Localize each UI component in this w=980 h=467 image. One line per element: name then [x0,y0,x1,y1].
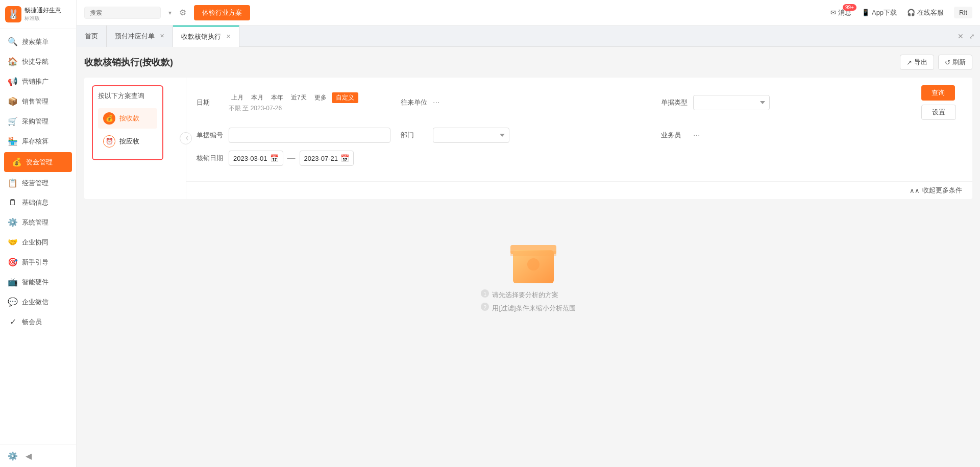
date-field: 日期 上月 本月 本年 近7天 更多 自定义 不限 至 [197,92,390,113]
sidebar-item-search[interactable]: 🔍 搜索菜单 [0,32,76,52]
receivable-icon: ⏰ [103,135,115,148]
empty-state: 1 请先选择要分析的方案 2 用[过滤]条件来缩小分析范围 [84,199,972,346]
sidebar-item-vip[interactable]: ✓ 畅会员 [0,312,76,332]
sidebar-label-sales: 销售管理 [22,97,48,106]
sidebar-item-guide[interactable]: 🎯 新手引导 [0,252,76,272]
date-btn-custom[interactable]: 自定义 [332,92,358,103]
refresh-button[interactable]: ↺ 刷新 [938,55,972,70]
tab-home-label: 首页 [85,32,98,41]
svg-rect-3 [510,251,556,256]
tab-prepay-close[interactable]: ✕ [160,33,164,39]
tab-prepay[interactable]: 预付冲应付单 ✕ [107,26,173,47]
sidebar-item-marketing[interactable]: 📢 营销推广 [0,71,76,91]
filter-sidebar-border: 按以下方案查询 💰 按收款 ⏰ 按应收 [92,85,163,160]
sidebar-item-system[interactable]: ⚙️ 系统管理 [0,212,76,232]
date-btn-7days[interactable]: 近7天 [288,92,309,103]
page-content: 收款核销执行(按收款) ↗ 导出 ↺ 刷新 按以下方案查询 💰 [77,47,980,467]
message-badge: 99+ [843,4,856,11]
filter-option-by-receivable[interactable]: ⏰ 按应收 [98,131,157,152]
collapse-more-label: 收起更多条件 [922,186,962,195]
home-icon: 🏠 [8,57,18,66]
counterparty-more[interactable]: ··· [433,98,439,107]
message-button[interactable]: ✉ 消息 99+ [830,8,851,17]
sidebar-label-quicknav: 快捷导航 [22,57,48,66]
filter-sidebar-title: 按以下方案查询 [98,91,157,101]
service-icon: 🎧 [907,9,915,16]
topbar-search-input[interactable] [84,7,161,19]
date-btn-more[interactable]: 更多 [312,92,329,103]
sidebar-label-collab: 企业协同 [22,238,48,247]
tab-home[interactable]: 首页 [77,26,107,47]
svg-point-4 [527,258,540,271]
topbar: ▾ ⚙ 体验行业方案 ✉ 消息 99+ 📱 App下载 🎧 在线客服 Rit [77,0,980,26]
marketing-icon: 📢 [8,77,18,86]
sidebar-menu: 🔍 搜索菜单 🏠 快捷导航 📢 营销推广 📦 销售管理 🛒 采购管理 🏪 库存核… [0,29,76,445]
sidebar-item-purchase[interactable]: 🛒 采购管理 [0,111,76,131]
topbar-gear-icon[interactable]: ⚙ [179,8,186,17]
sidebar-item-hardware[interactable]: 📺 智能硬件 [0,272,76,292]
tabbar-expand-icon[interactable]: ⤢ [969,32,975,40]
date-label: 日期 [197,98,225,107]
sidebar-label-basicinfo: 基础信息 [22,198,48,207]
collapse-more-button[interactable]: ∧∧ 收起更多条件 [186,181,972,199]
filter-sidebar: 按以下方案查询 💰 按收款 ⏰ 按应收 《 [84,78,186,199]
app-download-button[interactable]: 📱 App下载 [862,8,897,17]
search-icon: 🔍 [8,37,18,46]
tab-receivable-close[interactable]: ✕ [226,33,231,40]
page-header: 收款核销执行(按收款) ↗ 导出 ↺ 刷新 [84,55,972,70]
tabbar: 首页 预付冲应付单 ✕ 收款核销执行 ✕ ✕ ⤢ [77,26,980,47]
sidebar-bottom: ⚙️ ◀ [0,445,76,467]
solution-button[interactable]: 体验行业方案 [194,5,250,20]
settings-button[interactable]: 设置 [921,105,956,120]
collapse-sidebar-icon[interactable]: ◀ [26,451,32,461]
user-profile[interactable]: Rit [954,7,972,18]
online-service-button[interactable]: 🎧 在线客服 [907,8,944,17]
verify-date-label: 核销日期 [197,154,225,163]
tabbar-close-icon[interactable]: ✕ [958,32,964,40]
date-btn-this-year[interactable]: 本年 [268,92,286,103]
verify-date-field: 核销日期 2023-03-01 📅 — 2023-07-21 📅 [197,151,962,166]
salesperson-more[interactable]: ··· [693,131,700,140]
query-button[interactable]: 查询 [921,85,955,101]
sidebar-item-ops[interactable]: 📋 经营管理 [0,173,76,193]
export-button[interactable]: ↗ 导出 [900,55,934,70]
bill-number-field: 单据编号 [197,128,390,143]
date-btn-this-month[interactable]: 本月 [249,92,266,103]
tab-receivable[interactable]: 收款核销执行 ✕ [173,26,239,47]
dept-field: 部门 [401,128,651,143]
wechat-icon: 💬 [8,297,18,307]
app-icon: 📱 [862,9,870,16]
bill-number-input[interactable] [229,128,390,143]
topbar-dropdown-arrow[interactable]: ▾ [168,9,172,16]
empty-step2: 2 用[过滤]条件来缩小分析范围 [481,302,575,315]
verify-date-start-calendar-icon: 📅 [270,154,279,162]
sidebar-label-vip: 畅会员 [22,317,42,327]
app-label: App下载 [872,8,897,17]
sidebar-item-sales[interactable]: 📦 销售管理 [0,91,76,111]
sidebar-label-finance: 资金管理 [26,158,53,167]
verify-date-start-text: 2023-03-01 [233,155,267,162]
ops-icon: 📋 [8,178,18,188]
dept-select[interactable] [433,128,509,143]
settings-bottom-icon[interactable]: ⚙️ [8,451,18,461]
filter-row-2: 单据编号 部门 业务员 ··· [197,128,962,143]
sidebar-item-finance[interactable]: 💰 资金管理 [4,152,72,172]
filter-option-by-receipt[interactable]: 💰 按收款 [98,108,157,129]
filter-area: 按以下方案查询 💰 按收款 ⏰ 按应收 《 [84,78,972,199]
sidebar-label-inventory: 库存核算 [22,137,48,146]
sidebar-item-quicknav[interactable]: 🏠 快捷导航 [0,52,76,71]
verify-date-start-input[interactable]: 2023-03-01 📅 [229,151,283,166]
sidebar-item-wechat[interactable]: 💬 企业微信 [0,292,76,312]
logo-area: 🐰 畅捷通好生意 标准版 [0,0,76,29]
verify-date-end-input[interactable]: 2023-07-21 📅 [300,151,354,166]
bill-type-select[interactable] [693,95,770,110]
sidebar-item-collab[interactable]: 🤝 企业协同 [0,232,76,252]
collapse-filter-button[interactable]: 《 [180,132,192,144]
salesperson-label: 业务员 [661,131,689,140]
sidebar-label-system: 系统管理 [22,218,48,227]
date-btn-last-month[interactable]: 上月 [229,92,246,103]
filter-form-inner: 日期 上月 本月 本年 近7天 更多 自定义 不限 至 [186,78,972,181]
counterparty-label: 往来单位 [401,98,429,107]
sidebar-item-basicinfo[interactable]: 🗒 基础信息 [0,193,76,212]
sidebar-item-inventory[interactable]: 🏪 库存核算 [0,131,76,151]
